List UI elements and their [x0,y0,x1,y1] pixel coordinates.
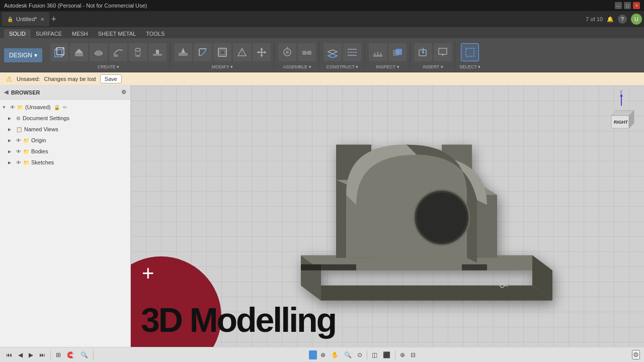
expand-icon: ▶ [8,127,14,132]
svg-point-28 [286,51,289,54]
tab-sheet-metal[interactable]: SHEET METAL [93,29,141,38]
modify-shell-button[interactable] [213,43,231,61]
modify-press-pull-button[interactable] [174,43,192,61]
create-sweep-button[interactable] [109,43,127,61]
construct-offset-plane-button[interactable] [324,43,342,61]
restore-button[interactable]: ◻ [624,2,631,9]
zoom-fit-button[interactable]: 🔍 [78,349,90,360]
timeline-play-button[interactable]: ▶ [27,349,35,360]
browser-settings-button[interactable]: ⚙ [121,89,126,96]
insert-canvas-button[interactable] [434,43,452,61]
svg-text:RIGHT: RIGHT [614,120,628,125]
tree-label-document-settings: Document Settings [23,115,69,121]
timeline-prev-button[interactable]: ◀ [16,349,25,360]
titlebar: Autodesk Fusion 360 (Personal - Not for … [0,0,644,11]
svg-rect-38 [373,55,382,57]
tree-label-sketches: Sketches [31,159,54,165]
tree-item-unsaved[interactable]: ▼ 👁 📁 (Unsaved) 🔒 ✏ [0,102,130,113]
view-controls: ⊕ ✋ 🔍 ⊙ ◫ ⬛ ⊕ ⊟ [309,349,418,360]
model-svg [271,130,562,321]
tree-item-bodies[interactable]: ▶ 👁 📁 Bodies [0,146,130,157]
assemble-joint-button[interactable] [278,43,296,61]
views-icon: 📋 [16,127,22,132]
save-button[interactable]: Save [100,74,122,83]
toolbar-sep2 [395,350,395,359]
modify-draft-button[interactable] [233,43,251,61]
create-revolve-button[interactable] [90,43,108,61]
inspect-measure-button[interactable] [369,43,387,61]
tab-solid[interactable]: SOLID [4,29,31,38]
view-active-btn[interactable] [309,350,317,359]
eye-icon[interactable]: 👁 [16,149,21,154]
settings-button[interactable]: ⚙ [632,350,640,359]
tab-close-icon[interactable]: ✕ [40,17,44,22]
tab-tools[interactable]: TOOLS [141,29,170,38]
svg-rect-5 [75,53,83,56]
new-tab-button[interactable]: + [51,14,57,25]
tree-label-unsaved: (Unsaved) [25,104,51,110]
modify-move-button[interactable] [253,43,271,61]
expand-icon: ▼ [2,105,8,110]
add-marker-button[interactable]: ⊕ [398,349,407,360]
design-dropdown[interactable]: DESIGN ▾ [4,48,42,62]
tab-surface[interactable]: SURFACE [31,29,67,38]
create-rib-button[interactable] [148,43,167,61]
tab-lock-icon: 🔒 [7,17,13,22]
snap-button[interactable]: 🧲 [65,349,76,360]
timeline-end-button[interactable]: ⏭ [37,349,47,360]
active-tab[interactable]: 🔒 Untitled* ✕ [2,12,49,26]
create-new-component-button[interactable] [50,43,68,61]
settings-icon: ⚙ [16,116,21,121]
ribbon-tabs: SOLID SURFACE MESH SHEET METAL TOOLS [0,27,644,38]
view-cube[interactable]: Z RIGHT [604,90,639,131]
svg-marker-46 [422,52,425,54]
browser-collapse-button[interactable]: ◀ [4,89,8,96]
tree-item-document-settings[interactable]: ▶ ⚙ Document Settings [0,113,130,124]
help-icon[interactable]: ? [618,15,627,24]
view-fit-button[interactable]: ⊙ [355,349,364,360]
ribbon-section-assemble: ASSEMBLE ▾ [275,40,319,70]
sketches-folder-icon: 📁 [23,160,29,165]
construct-midplane-button[interactable] [343,43,361,61]
edit-icon[interactable]: ✏ [63,105,67,110]
visual-style-button[interactable]: ⬛ [381,349,392,360]
tree-item-named-views[interactable]: ▶ 📋 Named Views [0,124,130,135]
bodies-folder-icon: 📁 [23,149,29,154]
svg-marker-69 [301,264,321,270]
eye-icon[interactable]: 👁 [10,105,15,110]
eye-icon[interactable]: 👁 [16,138,21,143]
display-settings-button[interactable]: ◫ [370,349,379,360]
create-extrude-button[interactable] [70,43,88,61]
sketch-grid-button[interactable]: ⊞ [54,349,63,360]
timeline-start-button[interactable]: ⏮ [4,349,14,360]
tree-item-sketches[interactable]: ▶ 👁 📁 Sketches [0,157,130,168]
user-avatar[interactable]: U [631,14,642,25]
overlay-plus-icon: + [142,263,154,284]
changes-label: Changes may be lost [44,76,96,82]
expand-icon: ▶ [8,160,14,165]
svg-rect-8 [114,54,118,57]
view-orbit-button[interactable]: ⊕ [318,349,328,360]
view-zoom-button[interactable]: 🔍 [342,349,354,360]
create-loft-button[interactable] [129,43,147,61]
assemble-rigid-group-button[interactable] [298,43,316,61]
notification-bell-icon[interactable]: 🔔 [607,16,614,23]
tab-counter: 7 of 10 [586,16,603,22]
svg-text:Z: Z [620,90,622,94]
minimize-button[interactable]: — [615,2,622,9]
insert-svg-button[interactable] [414,43,432,61]
tree-item-origin[interactable]: ▶ 👁 📁 Origin [0,135,130,146]
select-tool-button[interactable] [461,43,479,61]
view-pan-button[interactable]: ✋ [329,349,341,360]
remove-marker-button[interactable]: ⊟ [409,349,418,360]
tab-mesh[interactable]: MESH [67,29,93,38]
modify-fillet-button[interactable] [194,43,212,61]
viewport[interactable]: Z RIGHT + 3D Modelling [131,85,644,347]
eye-icon[interactable]: 👁 [16,160,21,165]
inspect-interference-button[interactable] [388,43,407,61]
ribbon-section-create: CREATE ▾ [47,40,170,70]
bottom-toolbar: ⏮ ◀ ▶ ⏭ ⊞ 🧲 🔍 ⊕ ✋ 🔍 ⊙ ◫ ⬛ ⊕ ⊟ ⚙ [0,347,644,362]
close-button[interactable]: ✕ [633,2,640,9]
svg-rect-13 [153,54,162,56]
design-chevron-icon: ▾ [34,52,37,59]
